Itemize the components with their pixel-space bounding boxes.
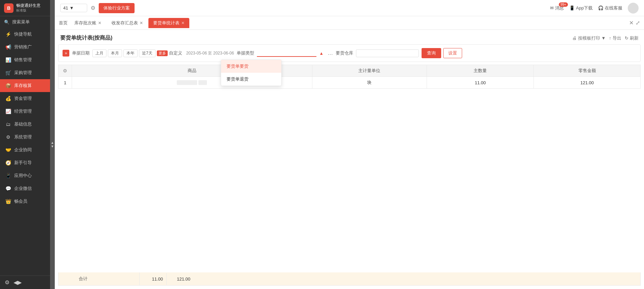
sidebar-item-operations[interactable]: 📈经营管理 <box>0 105 50 118</box>
tab-home[interactable]: 首页 <box>59 20 68 26</box>
tab-batch[interactable]: 库存批次账✕ <box>70 18 106 28</box>
search-icon: 🔍 <box>4 20 9 25</box>
sidebar-item-wechat[interactable]: 💬企业微信 <box>0 182 50 195</box>
th-unit: 主计量单位 <box>312 65 427 77</box>
export-label: 导出 <box>613 35 621 41</box>
tab-close-receivable[interactable]: ✕ <box>140 21 143 25</box>
sidebar-label-sales: 销售管理 <box>14 57 32 63</box>
td-unit-0: 块 <box>312 77 427 89</box>
filter-date-this-month[interactable]: 本月 <box>108 49 122 57</box>
logo-sub: 标准版 <box>16 8 41 13</box>
sidebar-item-quick-nav[interactable]: ⚡快捷导航 <box>0 28 50 41</box>
topbar: 41 ▼ ⚙ 体验行业方案 ✉ 消息 99+ 📱 App下载 🎧 在线客服 <box>55 0 644 16</box>
sidebar-label-marketing: 营销推广 <box>14 44 32 50</box>
sidebar-label-guide: 新手引导 <box>14 160 32 166</box>
footer-qty: 11.00 <box>140 273 167 285</box>
sidebar-item-purchase[interactable]: 🛒采购管理 <box>0 66 50 79</box>
dropdown-item-req-order[interactable]: 要货单要货 <box>221 60 281 73</box>
sidebar-label-purchase: 采购管理 <box>14 70 32 76</box>
filter-warehouse-input[interactable] <box>356 49 419 57</box>
sidebar-item-enterprise[interactable]: 🤝企业协同 <box>0 143 50 156</box>
filter-date-prev-month[interactable]: 上月 <box>92 49 106 57</box>
type-dropdown: 要货单要货 要货单退货 <box>221 60 282 86</box>
settings-icon[interactable]: ⚙ <box>5 279 9 286</box>
sidebar-icon-guide: 🧭 <box>5 160 11 165</box>
sidebar-item-marketing[interactable]: 📢营销推广 <box>0 41 50 53</box>
sidebar-icon-purchase: 🛒 <box>5 70 11 75</box>
table-container: ⚙ 商品 主计量单位 主数量 零售金额 1 块 11.00 <box>58 65 641 272</box>
sidebar-item-inventory[interactable]: 📦库存核算 <box>0 79 50 92</box>
filter-expand-button[interactable]: » <box>63 50 69 57</box>
sidebar-item-finance[interactable]: 💰资金管理 <box>0 92 50 105</box>
topbar-dropdown[interactable]: 41 ▼ <box>60 4 87 12</box>
topbar-right: ✉ 消息 99+ 📱 App下载 🎧 在线客服 <box>550 3 639 14</box>
refresh-link[interactable]: ↻ 刷新 <box>625 35 639 41</box>
td-index-0: 1 <box>58 77 72 89</box>
sidebar-item-member[interactable]: 👑畅会员 <box>0 195 50 208</box>
sidebar-nav: ⚡快捷导航📢营销推广📊销售管理🛒采购管理📦库存核算💰资金管理📈经营管理🗂基础信息… <box>0 28 50 275</box>
sidebar-item-sales[interactable]: 📊销售管理 <box>0 53 50 66</box>
topbar-service[interactable]: 🎧 在线客服 <box>598 5 622 11</box>
sidebar-search[interactable]: 🔍 搜索菜单 <box>0 16 50 28</box>
filter-date-custom[interactable]: 自定义 <box>169 50 182 56</box>
filter-actions: 查询 设置 <box>422 48 462 58</box>
sidebar-item-system[interactable]: ⚙系统管理 <box>0 131 50 143</box>
filter-three-dots-icon[interactable]: … <box>328 50 333 56</box>
tab-close-requisition[interactable]: ✕ <box>181 21 185 25</box>
app-label: App下载 <box>576 5 593 11</box>
export-link[interactable]: ↑ 导出 <box>609 35 622 41</box>
tab-close-batch[interactable]: ✕ <box>98 21 101 25</box>
logo-name: 畅捷通好生意 <box>16 3 41 8</box>
sidebar-item-guide[interactable]: 🧭新手引导 <box>0 156 50 169</box>
filter-warehouse-section: 要货仓库 <box>336 49 419 57</box>
logo-icon: B <box>4 3 14 13</box>
print-arrow-icon: ▼ <box>601 36 606 41</box>
sidebar-icon-sales: 📊 <box>5 57 11 63</box>
sidebar-scroll[interactable]: ▲▼ <box>50 0 55 289</box>
tab-expand-icon[interactable]: ⤢ <box>636 20 640 26</box>
tab-receivable[interactable]: 收发存汇总表✕ <box>107 18 148 28</box>
sidebar-icon-operations: 📈 <box>5 109 11 114</box>
sidebar-label-enterprise: 企业协同 <box>14 147 32 153</box>
print-template-link[interactable]: 🖨 按模板打印 ▼ <box>572 35 606 41</box>
msg-badge: 99+ <box>559 2 568 7</box>
filter-date-7days[interactable]: 近7天 <box>139 49 156 57</box>
sidebar-bottom: ⚙ ◀▶ <box>0 275 50 289</box>
dropdown-item-req-return[interactable]: 要货单退货 <box>221 73 281 86</box>
tab-label-batch: 库存批次账 <box>74 20 96 26</box>
tab-close-all-icon[interactable]: ✕ <box>629 20 634 26</box>
topbar-left: 41 ▼ ⚙ 体验行业方案 <box>60 3 135 13</box>
sidebar-label-quick-nav: 快捷导航 <box>14 31 32 37</box>
trial-button[interactable]: 体验行业方案 <box>99 3 135 13</box>
sidebar-label-basics: 基础信息 <box>14 121 32 127</box>
table-row: 1 块 11.00 121.00 <box>58 77 641 89</box>
filter-warehouse-label: 要货仓库 <box>336 50 353 56</box>
sidebar: B 畅捷通好生意 标准版 🔍 搜索菜单 ⚡快捷导航📢营销推广📊销售管理🛒采购管理… <box>0 0 50 289</box>
filter-type-input[interactable] <box>257 50 316 57</box>
topbar-gear-icon[interactable]: ⚙ <box>91 5 95 11</box>
filter-type-section: 单据类型 ▲ … <box>237 50 333 57</box>
message-icon: ✉ <box>550 5 554 10</box>
td-amount-0: 121.00 <box>534 77 641 89</box>
topbar-user-avatar[interactable] <box>628 3 639 14</box>
tab-requisition[interactable]: 要货单统计表✕ <box>148 18 189 28</box>
th-amount: 零售金额 <box>534 65 641 77</box>
filter-type-arrow-icon[interactable]: ▲ <box>319 51 324 56</box>
sidebar-icon-quick-nav: ⚡ <box>5 31 11 37</box>
footer-label: 合计 <box>58 272 140 285</box>
sidebar-label-apps: 应用中心 <box>14 173 32 179</box>
dropdown-arrow-icon: ▼ <box>69 5 74 10</box>
table-settings-icon[interactable]: ⚙ <box>63 68 67 73</box>
sidebar-item-apps[interactable]: 📱应用中心 <box>0 169 50 182</box>
settings-button[interactable]: 设置 <box>443 48 462 58</box>
topbar-msg[interactable]: ✉ 消息 99+ <box>550 5 564 11</box>
filter-date-more-badge[interactable]: 更多 <box>157 50 168 56</box>
main-content: 41 ▼ ⚙ 体验行业方案 ✉ 消息 99+ 📱 App下载 🎧 在线客服 <box>55 0 644 289</box>
sidebar-item-basics[interactable]: 🗂基础信息 <box>0 118 50 131</box>
query-button[interactable]: 查询 <box>422 48 441 58</box>
filter-date-this-year[interactable]: 本年 <box>123 49 138 57</box>
topbar-app[interactable]: 📱 App下载 <box>569 5 593 11</box>
collapse-icon[interactable]: ◀▶ <box>14 279 22 286</box>
sidebar-logo: B 畅捷通好生意 标准版 <box>0 0 50 16</box>
print-icon: 🖨 <box>572 36 577 41</box>
